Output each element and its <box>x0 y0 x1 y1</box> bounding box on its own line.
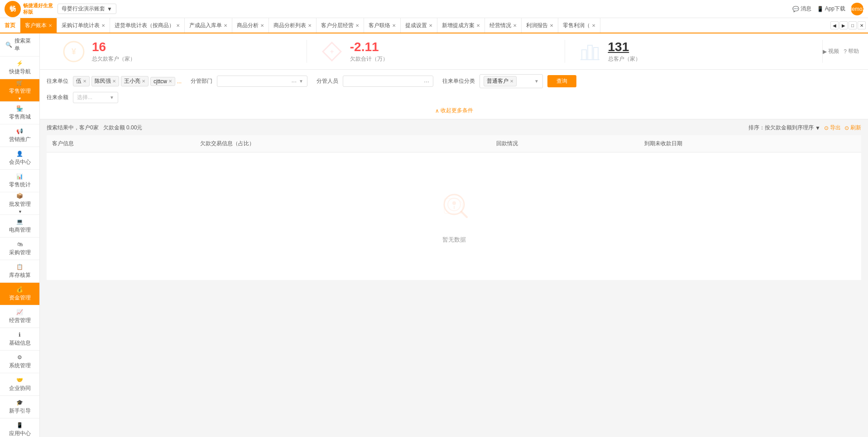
sidebar-item-ecommerce[interactable]: 💻 电商管理 <box>0 215 39 238</box>
close-icon[interactable]: ✕ <box>429 23 432 28</box>
filter-tag-wu[interactable]: 伍 ✕ <box>73 76 90 86</box>
main-layout: 🔍 搜索菜单 ⚡ 快捷导航 🛒 零售管理 ▼ 🏪 零售商城 📢 营销推广 👤 会… <box>0 33 868 437</box>
export-button[interactable]: ⊙ 导出 <box>824 124 841 132</box>
app-download-button[interactable]: 📱 App下载 <box>817 5 845 13</box>
dept-dots[interactable]: ··· <box>291 78 297 85</box>
stat-icon-debt: + <box>321 40 343 63</box>
tab-product-inbound[interactable]: 产成品入库单 ✕ <box>185 18 232 33</box>
tag-close-icon[interactable]: ✕ <box>112 79 116 84</box>
balance-select[interactable]: 选择... ▼ <box>73 92 118 103</box>
close-icon[interactable]: ✕ <box>476 23 480 28</box>
sidebar-item-wholesale-mgmt[interactable]: 📦 批发管理 ▼ <box>0 192 39 215</box>
sidebar-item-retail-mgmt[interactable]: 🛒 零售管理 ▼ <box>0 79 39 102</box>
filter-tag-wang[interactable]: 王小亮 ✕ <box>121 76 149 86</box>
chevron-down-icon: ▼ <box>18 96 22 101</box>
tab-home[interactable]: 首页 <box>0 18 20 33</box>
tab-profit-report[interactable]: 利润报告 ✕ <box>522 18 558 33</box>
nav-next-button[interactable]: ▶ <box>839 21 848 29</box>
tab-customer-tier[interactable]: 客户分层经营 ✕ <box>317 18 364 33</box>
tag-close-icon[interactable]: ✕ <box>168 79 172 84</box>
tab-retail-profit[interactable]: 零售利润（ ✕ <box>558 18 600 33</box>
sidebar-item-basic-info[interactable]: ℹ 基础信息 <box>0 328 39 351</box>
nav-restore-button[interactable]: □ <box>849 21 857 29</box>
sidebar-item-system[interactable]: ⚙ 系统管理 <box>0 351 39 373</box>
close-icon[interactable]: ✕ <box>550 23 553 28</box>
sidebar-item-operations[interactable]: 📈 经营管理 <box>0 305 39 328</box>
sidebar-item-app-center[interactable]: 📱 应用中心 <box>0 418 39 437</box>
unit-label: 往来单位 <box>47 77 68 85</box>
col-overdue-date: 到期未收款日期 <box>639 135 861 152</box>
close-icon[interactable]: ✕ <box>592 23 595 28</box>
close-icon[interactable]: ✕ <box>260 23 264 28</box>
sidebar: 🔍 搜索菜单 ⚡ 快捷导航 🛒 零售管理 ▼ 🏪 零售商城 📢 营销推广 👤 会… <box>0 33 40 437</box>
sort-select[interactable]: 排序：按欠款金额到序理序 ▼ <box>748 124 820 132</box>
close-icon[interactable]: ✕ <box>392 23 396 28</box>
sidebar-item-marketing[interactable]: 📢 营销推广 <box>0 124 39 147</box>
unit-type-label: 往来单位分类 <box>442 77 475 85</box>
sidebar-item-member-center[interactable]: 👤 会员中心 <box>0 147 39 170</box>
sidebar-item-quick-nav[interactable]: ⚡ 快捷导航 <box>0 57 39 79</box>
message-button[interactable]: 💬 消息 <box>792 5 811 13</box>
dept-arrow-icon: ▼ <box>299 79 303 84</box>
query-button[interactable]: 查询 <box>547 75 576 87</box>
empty-icon <box>436 189 472 231</box>
tab-product-analysis[interactable]: 商品分析 ✕ <box>232 18 269 33</box>
tab-operation-status[interactable]: 经营情况 ✕ <box>485 18 522 33</box>
tag-close-icon[interactable]: ✕ <box>142 79 145 84</box>
sidebar-item-retail-stats[interactable]: 📊 零售统计 <box>0 170 39 192</box>
person-select[interactable]: ··· <box>343 76 433 87</box>
filter-tag-chen[interactable]: 陈民强 ✕ <box>91 76 119 86</box>
close-icon[interactable]: ✕ <box>513 23 517 28</box>
close-icon[interactable]: ✕ <box>355 23 359 28</box>
collab-icon: 🤝 <box>16 377 23 383</box>
toolbar-right: 排序：按欠款金额到序理序 ▼ ⊙ 导出 ⊙ 刷新 <box>748 124 861 132</box>
sidebar-item-new-guide[interactable]: 🎓 新手引导 <box>0 396 39 418</box>
tab-new-promotion[interactable]: 新增提成方案 ✕ <box>437 18 485 33</box>
svg-rect-5 <box>594 48 598 60</box>
close-icon[interactable]: ✕ <box>308 23 312 28</box>
tag-close-icon[interactable]: ✕ <box>510 79 513 84</box>
tab-customer-cost[interactable]: 客户账本 ✕ <box>20 18 57 33</box>
info-icon: ℹ <box>19 332 21 338</box>
refresh-button[interactable]: ⊙ 刷新 <box>844 124 861 132</box>
sidebar-item-inventory[interactable]: 📋 库存核算 <box>0 260 39 283</box>
col-debt-transaction: 欠款交易信息（占比） <box>195 135 491 152</box>
sidebar-item-finance[interactable]: 💰 资金管理 <box>0 283 39 305</box>
close-icon[interactable]: ✕ <box>48 23 52 28</box>
empty-text: 暂无数据 <box>442 236 466 244</box>
sidebar-item-purchase[interactable]: 🛍 采购管理 <box>0 238 39 260</box>
tab-purchase-order[interactable]: 采购订单统计表 ✕ <box>57 18 110 33</box>
dept-select[interactable]: ··· ▼ <box>217 76 307 87</box>
tab-inbound-stats[interactable]: 进货单统计表（按商品） ✕ <box>110 18 185 33</box>
wholesale-icon: 📦 <box>16 193 23 199</box>
tab-promotion-settings[interactable]: 提成设置 ✕ <box>401 18 437 33</box>
nav-close-button[interactable]: ✕ <box>858 21 866 29</box>
message-icon: 💬 <box>792 6 799 12</box>
sidebar-item-enterprise-collab[interactable]: 🤝 企业协同 <box>0 373 39 396</box>
sidebar-item-retail-mall[interactable]: 🏪 零售商城 <box>0 102 39 124</box>
filter-more-button[interactable]: ... <box>177 78 182 85</box>
tab-product-analysis-list[interactable]: 商品分析列表 ✕ <box>269 18 317 33</box>
mall-icon: 🏪 <box>16 105 23 112</box>
tag-close-icon[interactable]: ✕ <box>83 79 86 84</box>
video-button[interactable]: ▶ 视频 <box>823 48 839 55</box>
retail-icon: 🛒 <box>16 80 23 86</box>
close-icon[interactable]: ✕ <box>176 23 180 28</box>
close-icon[interactable]: ✕ <box>224 23 227 28</box>
inventory-icon: 📋 <box>16 264 23 270</box>
empty-state-row: 暂无数据 <box>47 152 861 280</box>
nav-prev-button[interactable]: ◀ <box>830 21 839 29</box>
search-menu-item[interactable]: 🔍 搜索菜单 <box>0 33 39 57</box>
account-selector[interactable]: 母婴行业演示账套 ▼ <box>58 4 116 14</box>
help-button[interactable]: ? 帮助 <box>844 48 859 55</box>
filter-tag-normal-customer[interactable]: 普通客户 ✕ <box>484 76 517 86</box>
ecommerce-icon: 💻 <box>16 218 23 225</box>
finance-icon: 💰 <box>16 286 23 293</box>
unit-type-select[interactable]: 普通客户 ✕ ▼ <box>480 74 543 88</box>
tab-customer-contact[interactable]: 客户联络 ✕ <box>364 18 401 33</box>
avatar[interactable]: demo2 <box>851 3 863 15</box>
close-icon[interactable]: ✕ <box>101 23 105 28</box>
person-dots[interactable]: ··· <box>424 78 429 85</box>
filter-tag-cjttcw[interactable]: cjttcw ✕ <box>150 77 175 86</box>
collapse-button[interactable]: ∧ 收起更多条件 <box>435 107 473 114</box>
